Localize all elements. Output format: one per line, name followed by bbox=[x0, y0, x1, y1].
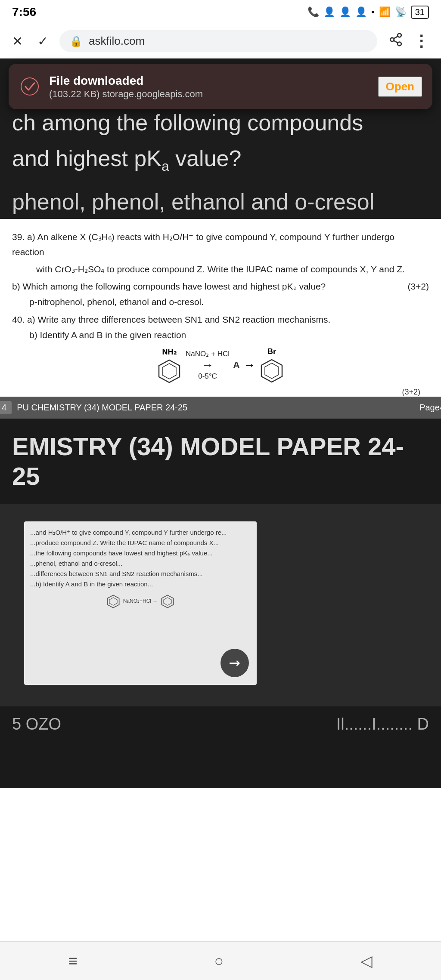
lock-icon: 🔒 bbox=[70, 35, 83, 47]
pdf-title: PU CHEMISTRY (34) MODEL PAPER 24-25 bbox=[17, 403, 187, 413]
thumb-ring1 bbox=[106, 594, 121, 608]
content-line-3-end: value? bbox=[169, 146, 242, 171]
pdf-page-num: 4 bbox=[0, 401, 12, 414]
check-icon[interactable]: ✓ bbox=[34, 30, 52, 52]
bottom-right-text: Il......I........ D bbox=[336, 715, 429, 741]
url-bar[interactable]: 🔒 askfilo.com bbox=[59, 30, 377, 52]
benzene-ring-2 bbox=[259, 357, 285, 383]
pdf-q39b-list: p-nitrophenol, phenol, ethanol and o-cre… bbox=[12, 294, 429, 310]
arrow2-icon: → bbox=[243, 358, 255, 372]
nh2-label: NH₂ bbox=[162, 347, 177, 357]
pdf-q40b: b) Identify A and B in the given reactio… bbox=[12, 327, 429, 343]
benzene-ring-1 bbox=[156, 357, 182, 383]
signal-icon: 📶 bbox=[379, 6, 391, 18]
big-title-text: EMISTRY (34) MODEL PAPER 24-25 bbox=[12, 431, 429, 491]
svg-point-1 bbox=[390, 38, 394, 42]
expand-button[interactable]: ↗ bbox=[220, 649, 249, 677]
pdf-viewer-area: 39. a) An alkene X (C₃H₆) reacts with H₂… bbox=[0, 219, 441, 397]
svg-line-3 bbox=[394, 40, 398, 43]
toolbar-actions: ⋮ bbox=[385, 29, 432, 54]
q39b-text: b) Which among the following compounds h… bbox=[12, 279, 326, 294]
thumbnail-section: ...and H₂O/H⁺ to give compound Y, compou… bbox=[0, 504, 441, 706]
download-title: File downloaded bbox=[49, 73, 203, 89]
bottom-cutoff: 5 OZO Il......I........ D bbox=[0, 706, 441, 749]
thumb-ring2 bbox=[160, 594, 175, 608]
download-check-icon bbox=[19, 76, 40, 97]
thumbnail-content: ...and H₂O/H⁺ to give compound Y, compou… bbox=[24, 521, 257, 614]
reagent-label: NaNO₂ + HCl bbox=[186, 349, 230, 358]
status-bar: 7:56 📞 👤 👤 👤 • 📶 📡 31 bbox=[0, 0, 441, 24]
status-icons: 📞 👤 👤 👤 • 📶 📡 31 bbox=[307, 6, 429, 19]
reaction-diagram: NH₂ NaNO₂ + HCl → 0-5°C A → Br bbox=[12, 343, 429, 388]
url-text: askfilo.com bbox=[89, 34, 145, 48]
pdf-q40a: 40. a) Write any three differences betwe… bbox=[12, 312, 429, 327]
temp-label: 0-5°C bbox=[198, 372, 217, 381]
content-line-3-text: and highest pK bbox=[12, 146, 161, 171]
thumb-line3: ...the following compounds have lowest a… bbox=[30, 548, 251, 558]
content-line-3: and highest pKa value? bbox=[12, 143, 429, 176]
browser-toolbar: ✕ ✓ 🔒 askfilo.com ⋮ bbox=[0, 24, 441, 59]
benzene-br: Br bbox=[259, 347, 285, 383]
svg-point-0 bbox=[398, 34, 401, 37]
download-notification: File downloaded (103.22 KB) storage.goog… bbox=[9, 64, 432, 109]
person2-icon: 👤 bbox=[339, 6, 351, 18]
home-icon[interactable]: ≡ bbox=[51, 946, 95, 976]
battery: 31 bbox=[411, 6, 429, 19]
wifi-icon: 📡 bbox=[395, 6, 407, 18]
pdf-page-indicator: Page4 bbox=[419, 403, 441, 413]
pdf-q39b: b) Which among the following compounds h… bbox=[12, 279, 429, 294]
benzene-nh2: NH₂ bbox=[156, 347, 182, 383]
nav-bar: ≡ ○ ◁ bbox=[0, 941, 441, 980]
thumb-line4: ...phenol, ethanol and o-cresol... bbox=[30, 558, 251, 569]
thumb-line1: ...and H₂O/H⁺ to give compound Y, compou… bbox=[30, 527, 251, 538]
download-subtitle: (103.22 KB) storage.googleapis.com bbox=[49, 89, 203, 100]
download-info: File downloaded (103.22 KB) storage.goog… bbox=[19, 73, 203, 100]
svg-marker-9 bbox=[265, 363, 279, 379]
dot-icon: • bbox=[371, 6, 375, 18]
reaction-conditions: NaNO₂ + HCl → 0-5°C bbox=[186, 349, 230, 381]
pdf-q39a2: with CrO₃-H₂SO₄ to produce compound Z. W… bbox=[12, 262, 429, 277]
thumb-reaction: NaNO₂+HCl → bbox=[30, 594, 251, 608]
reaction-score: (3+2) bbox=[12, 388, 429, 397]
expand-icon: ↗ bbox=[225, 653, 245, 673]
svg-point-5 bbox=[21, 78, 38, 95]
svg-point-2 bbox=[398, 42, 401, 46]
thumb-arrow: NaNO₂+HCl → bbox=[123, 597, 158, 605]
back-icon[interactable]: ◁ bbox=[343, 946, 390, 976]
menu-icon[interactable]: ⋮ bbox=[410, 29, 432, 54]
pdf-toolbar-left: 4 PU CHEMISTRY (34) MODEL PAPER 24-25 bbox=[0, 401, 187, 414]
phenol-text: phenol, phenol, ethanol and o-cresol bbox=[12, 189, 441, 215]
thumb-line5: ...differences between SN1 and SN2 react… bbox=[30, 569, 251, 579]
big-title-section: EMISTRY (34) MODEL PAPER 24-25 bbox=[0, 419, 441, 504]
pdf-q39a: 39. a) An alkene X (C₃H₆) reacts with H₂… bbox=[12, 229, 429, 260]
br-label: Br bbox=[267, 347, 276, 356]
pka-subscript: a bbox=[161, 158, 169, 174]
svg-line-4 bbox=[394, 36, 398, 39]
content-line-2: ch among the following compounds bbox=[12, 107, 429, 139]
q39b-mark: (3+2) bbox=[407, 279, 429, 294]
thumbnail-container: ...and H₂O/H⁺ to give compound Y, compou… bbox=[24, 521, 257, 685]
share-icon[interactable] bbox=[385, 29, 407, 53]
person3-icon: 👤 bbox=[355, 6, 367, 18]
bottom-left-text: 5 OZO bbox=[12, 715, 61, 741]
pdf-toolbar: 4 PU CHEMISTRY (34) MODEL PAPER 24-25 Pa… bbox=[0, 397, 441, 419]
nav-spacer bbox=[0, 749, 441, 788]
svg-marker-11 bbox=[109, 598, 117, 605]
download-text: File downloaded (103.22 KB) storage.goog… bbox=[49, 73, 203, 100]
svg-marker-13 bbox=[164, 598, 171, 605]
circle-icon[interactable]: ○ bbox=[197, 946, 241, 976]
product-a-label: A bbox=[233, 360, 240, 371]
thumb-line6: ...b) Identify A and B in the given reac… bbox=[30, 579, 251, 589]
phone-icon: 📞 bbox=[307, 6, 319, 18]
thumb-line2: ...produce compound Z. Write the IUPAC n… bbox=[30, 538, 251, 548]
open-button[interactable]: Open bbox=[378, 77, 422, 97]
status-time: 7:56 bbox=[12, 5, 36, 19]
close-tab-icon[interactable]: ✕ bbox=[9, 30, 26, 52]
arrow-icon: → bbox=[202, 358, 214, 372]
person-icon: 👤 bbox=[323, 6, 335, 18]
svg-marker-7 bbox=[162, 364, 176, 379]
phenol-line: phenol, phenol, ethanol and o-cresol bbox=[0, 185, 441, 219]
